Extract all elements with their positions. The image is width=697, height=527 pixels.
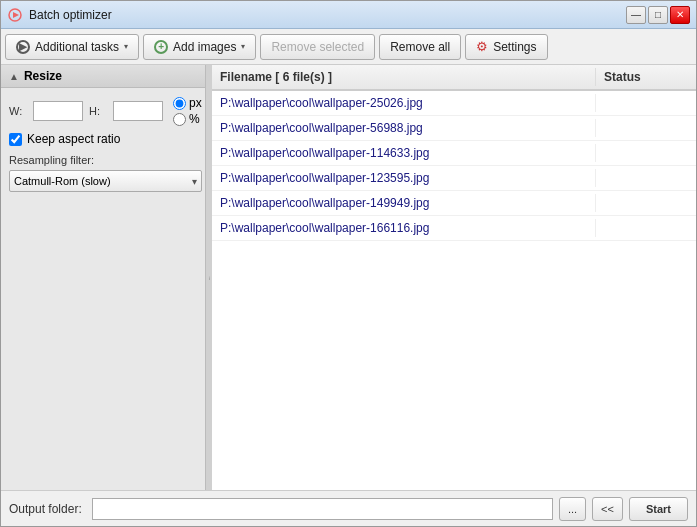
left-panel: ▲ Resize W: H: px (1, 65, 206, 490)
svg-marker-1 (13, 12, 19, 18)
chevron-up-icon: ▲ (9, 71, 19, 82)
table-body: P:\wallpaper\cool\wallpaper-25026.jpgP:\… (212, 91, 696, 241)
main-window: Batch optimizer — □ ✕ ▶ Additional tasks… (0, 0, 697, 527)
table-header: Filename [ 6 file(s) ] Status (212, 65, 696, 91)
height-input[interactable] (113, 101, 163, 121)
percent-radio[interactable] (173, 113, 186, 126)
cell-filename: P:\wallpaper\cool\wallpaper-166116.jpg (212, 219, 596, 237)
dimensions-row: W: H: px % (9, 96, 202, 126)
unit-radio-group: px % (173, 96, 202, 126)
cell-status (596, 94, 696, 112)
add-images-button[interactable]: + Add images ▾ (143, 34, 256, 60)
width-input[interactable] (33, 101, 83, 121)
keep-aspect-checkbox[interactable] (9, 133, 22, 146)
output-folder-input[interactable] (92, 498, 553, 520)
start-button[interactable]: Start (629, 497, 688, 521)
resize-section-header[interactable]: ▲ Resize (1, 65, 205, 88)
remove-selected-button[interactable]: Remove selected (260, 34, 375, 60)
close-button[interactable]: ✕ (670, 6, 690, 24)
back-button[interactable]: << (592, 497, 623, 521)
cell-status (596, 219, 696, 237)
cell-filename: P:\wallpaper\cool\wallpaper-114633.jpg (212, 144, 596, 162)
filter-select-wrapper: Catmull-Rom (slow) (9, 170, 202, 192)
dropdown-arrow-icon: ▾ (124, 42, 128, 51)
table-row[interactable]: P:\wallpaper\cool\wallpaper-149949.jpg (212, 191, 696, 216)
cell-status (596, 194, 696, 212)
browse-button[interactable]: ... (559, 497, 586, 521)
settings-button[interactable]: ⚙ Settings (465, 34, 547, 60)
table-row[interactable]: P:\wallpaper\cool\wallpaper-166116.jpg (212, 216, 696, 241)
play-icon: ▶ (16, 40, 30, 54)
cell-status (596, 144, 696, 162)
px-radio-item[interactable]: px (173, 96, 202, 110)
title-bar: Batch optimizer — □ ✕ (1, 1, 696, 29)
add-icon: + (154, 40, 168, 54)
maximize-button[interactable]: □ (648, 6, 668, 24)
right-panel: Filename [ 6 file(s) ] Status P:\wallpap… (212, 65, 696, 490)
px-radio[interactable] (173, 97, 186, 110)
resampling-label: Resampling filter: (9, 154, 202, 166)
app-icon (7, 7, 23, 23)
footer: Output folder: ... << Start (1, 490, 696, 526)
cell-status (596, 169, 696, 187)
percent-radio-item[interactable]: % (173, 112, 202, 126)
table-row[interactable]: P:\wallpaper\cool\wallpaper-56988.jpg (212, 116, 696, 141)
minimize-button[interactable]: — (626, 6, 646, 24)
cell-status (596, 119, 696, 137)
file-table: Filename [ 6 file(s) ] Status P:\wallpap… (212, 65, 696, 490)
keep-aspect-row: Keep aspect ratio (9, 132, 202, 146)
cell-filename: P:\wallpaper\cool\wallpaper-123595.jpg (212, 169, 596, 187)
table-row[interactable]: P:\wallpaper\cool\wallpaper-114633.jpg (212, 141, 696, 166)
resampling-select[interactable]: Catmull-Rom (slow) (9, 170, 202, 192)
remove-all-button[interactable]: Remove all (379, 34, 461, 60)
table-row[interactable]: P:\wallpaper\cool\wallpaper-123595.jpg (212, 166, 696, 191)
h-label: H: (89, 105, 107, 117)
cell-filename: P:\wallpaper\cool\wallpaper-56988.jpg (212, 119, 596, 137)
w-label: W: (9, 105, 27, 117)
main-content: ▲ Resize W: H: px (1, 65, 696, 490)
cell-filename: P:\wallpaper\cool\wallpaper-25026.jpg (212, 94, 596, 112)
output-folder-label: Output folder: (9, 502, 82, 516)
resize-section-body: W: H: px % (1, 88, 205, 490)
toolbar: ▶ Additional tasks ▾ + Add images ▾ Remo… (1, 29, 696, 65)
additional-tasks-button[interactable]: ▶ Additional tasks ▾ (5, 34, 139, 60)
cell-filename: P:\wallpaper\cool\wallpaper-149949.jpg (212, 194, 596, 212)
status-column-header: Status (596, 68, 696, 86)
window-title: Batch optimizer (29, 8, 626, 22)
settings-icon: ⚙ (476, 39, 488, 54)
dropdown-arrow-icon: ▾ (241, 42, 245, 51)
table-row[interactable]: P:\wallpaper\cool\wallpaper-25026.jpg (212, 91, 696, 116)
window-controls: — □ ✕ (626, 6, 690, 24)
filename-column-header: Filename [ 6 file(s) ] (212, 68, 596, 86)
